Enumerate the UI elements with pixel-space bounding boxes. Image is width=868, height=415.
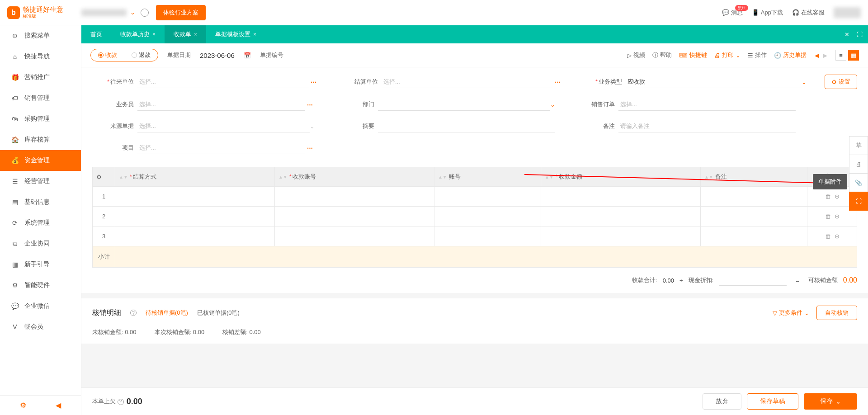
more-icon[interactable]: ⋯ (553, 79, 562, 85)
sidebar-item-guide[interactable]: ▥新手引导 (0, 254, 81, 275)
app-download-link[interactable]: 📱 App下载 (752, 9, 783, 17)
chevron-down-icon[interactable]: ⌄ (310, 123, 315, 130)
video-link[interactable]: ▷视频 (627, 51, 645, 59)
chevron-down-icon[interactable]: ⌄ (802, 79, 807, 85)
close-icon[interactable]: × (253, 31, 256, 38)
auto-writeoff-button[interactable]: 自动核销 (816, 306, 857, 320)
party-input[interactable] (137, 75, 309, 88)
draft-icon[interactable]: 草 (849, 136, 868, 155)
operate-link[interactable]: ☰操作 (748, 51, 767, 59)
salesman-input[interactable] (137, 98, 305, 111)
col-amount[interactable]: ▲▼*收款金额 (541, 167, 700, 187)
support-link[interactable]: 🎧 在线客服 (792, 9, 825, 17)
close-all-icon[interactable]: ✕ (840, 28, 853, 41)
sidebar-item-vip[interactable]: V畅会员 (0, 316, 81, 337)
chevron-down-icon[interactable]: ⌄ (550, 101, 555, 108)
calendar-icon[interactable]: 📅 (244, 52, 251, 59)
col-acctno[interactable]: ▲▼账号 (434, 167, 541, 187)
col-settle-method[interactable]: ▲▼*结算方式 (115, 167, 275, 187)
project-input[interactable] (137, 141, 305, 154)
table-row[interactable]: 3🗑⊕ (93, 226, 857, 246)
print-link[interactable]: 🖨打印⌄ (714, 51, 741, 59)
sidebar-item-nav[interactable]: ⌂快捷导航 (0, 46, 81, 67)
add-icon[interactable]: ⊕ (835, 193, 840, 200)
radio-refund[interactable]: 退款 (124, 49, 158, 61)
trial-button[interactable]: 体验行业方案 (156, 5, 206, 20)
more-icon[interactable]: ⋯ (305, 145, 315, 151)
more-conditions-link[interactable]: ▽更多条件⌄ (773, 309, 809, 317)
more-icon[interactable]: ⋯ (305, 101, 315, 108)
sidebar-item-collab[interactable]: ⧉企业协同 (0, 233, 81, 254)
table-settings-icon[interactable]: ⚙ (93, 167, 115, 187)
delete-icon[interactable]: 🗑 (825, 213, 831, 220)
add-icon[interactable]: ⊕ (835, 213, 840, 220)
print-float-icon[interactable]: 🖨 (849, 155, 868, 174)
history-link[interactable]: 🕘历史单据 (774, 51, 807, 59)
sidebar-item-business[interactable]: ☰经营管理 (0, 171, 81, 192)
dept-input[interactable] (378, 98, 550, 111)
remark-input[interactable] (618, 120, 796, 132)
summary-input[interactable] (378, 120, 555, 132)
tab-template[interactable]: 单据模板设置× (206, 25, 265, 43)
biztype-input[interactable] (626, 75, 802, 88)
sidebar-item-system[interactable]: ⟳系统管理 (0, 212, 81, 233)
line-items-table: ⚙ ▲▼*结算方式 ▲▼*收款账号 ▲▼账号 ▲▼*收款金额 ▲▼备注 操作 1… (81, 167, 868, 268)
org-selector[interactable]: ⌄ (81, 9, 135, 16)
sort-icon[interactable]: ▲▼ (545, 176, 554, 178)
col-account[interactable]: ▲▼*收款账号 (274, 167, 434, 187)
sidebar-item-hardware[interactable]: ⚙智能硬件 (0, 275, 81, 296)
view-list-icon[interactable]: ≡ (835, 50, 846, 61)
sidebar-item-basic[interactable]: ▤基础信息 (0, 192, 81, 212)
messages-link[interactable]: 💬 消息 99+ (722, 9, 743, 17)
sidebar-item-finance[interactable]: 💰资金管理 (0, 150, 81, 171)
sort-icon[interactable]: ▲▼ (278, 176, 288, 178)
save-button[interactable]: 保存⌄ (804, 393, 857, 410)
col-remark[interactable]: ▲▼备注 (700, 167, 807, 187)
table-row[interactable]: 2🗑⊕ (93, 207, 857, 226)
add-icon[interactable]: ⊕ (835, 233, 840, 240)
tab-done[interactable]: 已核销单据(0笔) (197, 309, 240, 317)
user-avatar[interactable] (834, 7, 861, 18)
delete-icon[interactable]: 🗑 (825, 233, 831, 240)
settle-unit-input[interactable] (382, 75, 553, 88)
tab-pending[interactable]: 待核销单据(0笔) (146, 309, 188, 317)
close-icon[interactable]: × (194, 31, 197, 38)
sidebar-item-search[interactable]: ⊙搜索菜单 (0, 25, 81, 46)
expand-float-icon[interactable]: ⛶ (849, 192, 868, 211)
sidebar-item-purchase[interactable]: 🛍采购管理 (0, 108, 81, 129)
srcdoc-input[interactable] (137, 120, 310, 132)
more-icon[interactable]: ⋯ (309, 79, 318, 85)
date-value[interactable]: 2023-06-06 (200, 52, 235, 59)
tab-receipt[interactable]: 收款单× (165, 25, 206, 43)
tab-receipt-history[interactable]: 收款单历史× (111, 25, 165, 43)
tab-home[interactable]: 首页 (81, 25, 111, 43)
next-icon[interactable]: ▶ (822, 51, 828, 60)
help-link[interactable]: ⓘ帮助 (652, 51, 672, 59)
settings-button[interactable]: ⚙设置 (825, 75, 857, 89)
delete-icon[interactable]: 🗑 (825, 193, 831, 200)
sort-icon[interactable]: ▲▼ (438, 176, 447, 178)
radio-receive[interactable]: 收款 (91, 49, 124, 61)
fullscreen-icon[interactable]: ⛶ (857, 31, 863, 38)
settings-icon[interactable]: ⚙ (20, 401, 26, 410)
table-row[interactable]: 1🗑⊕ (93, 187, 857, 207)
save-draft-button[interactable]: 保存草稿 (747, 393, 798, 410)
sort-icon[interactable]: ▲▼ (119, 176, 128, 178)
sidebar-item-wechat[interactable]: 💬企业微信 (0, 296, 81, 316)
sidebar-item-inventory[interactable]: 🏠库存核算 (0, 129, 81, 150)
prev-icon[interactable]: ◀ (814, 51, 820, 60)
help-icon[interactable]: ? (130, 310, 137, 316)
sidebar-item-sales[interactable]: 🏷销售管理 (0, 88, 81, 108)
view-form-icon[interactable]: ▦ (848, 50, 859, 61)
shortcut-link[interactable]: ⌨快捷键 (679, 51, 707, 59)
sort-icon[interactable]: ▲▼ (704, 176, 713, 178)
discount-input[interactable] (719, 275, 787, 286)
sidebar-item-marketing[interactable]: 🎁营销推广 (0, 67, 81, 88)
discard-button[interactable]: 放弃 (703, 393, 741, 410)
gear-icon[interactable] (141, 9, 149, 17)
collapse-icon[interactable]: ◀ (56, 401, 61, 410)
saleorder-input[interactable] (618, 98, 796, 111)
help-icon[interactable]: ? (118, 399, 124, 405)
attachment-icon[interactable]: 📎 (849, 173, 868, 192)
close-icon[interactable]: × (152, 31, 156, 38)
